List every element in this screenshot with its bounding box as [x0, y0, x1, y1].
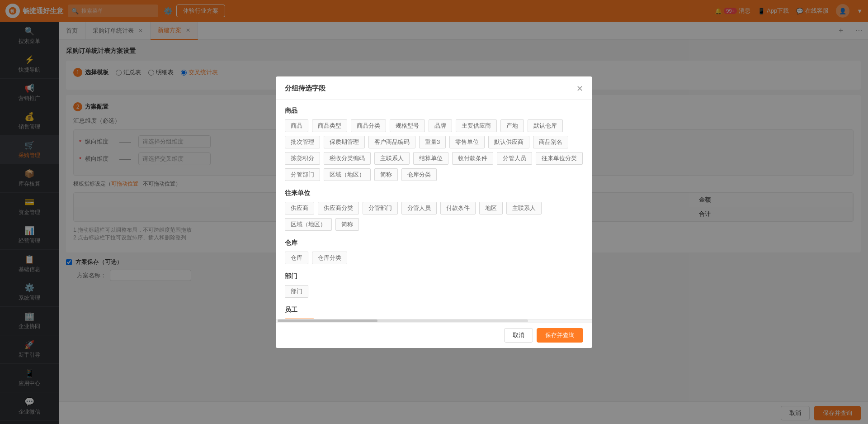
field-tag-payment-terms[interactable]: 收付款条件 — [452, 152, 493, 165]
field-tag-weight3[interactable]: 重量3 — [419, 136, 446, 148]
field-tag-quality-mgmt[interactable]: 保质期管理 — [324, 136, 365, 148]
field-tag-warehouse-cat[interactable]: 仓库分类 — [312, 252, 347, 264]
modal-hscroll — [276, 319, 592, 322]
field-tag-goods-alias[interactable]: 商品别名 — [533, 136, 568, 148]
section-dept-title: 部门 — [285, 272, 583, 281]
partner-field-tags: 供应商 供应商分类 分管部门 分管人员 付款条件 地区 主联系人 区域（地区） … — [285, 202, 583, 231]
field-tag-default-warehouse[interactable]: 默认仓库 — [528, 119, 563, 132]
section-goods: 商品 商品 商品类型 商品分类 规格型号 品牌 主要供应商 产地 默认仓库 批次… — [285, 107, 583, 181]
field-tag-main-contact[interactable]: 主联系人 — [374, 152, 410, 165]
field-tag-origin[interactable]: 产地 — [500, 119, 524, 132]
section-partner: 往来单位 供应商 供应商分类 分管部门 分管人员 付款条件 地区 主联系人 区域… — [285, 189, 583, 231]
field-tag-supplier[interactable]: 供应商 — [285, 202, 314, 214]
field-tag-brand[interactable]: 品牌 — [429, 119, 452, 132]
field-tag-settle-unit[interactable]: 结算单位 — [413, 152, 448, 165]
section-goods-title: 商品 — [285, 107, 583, 115]
modal-overlay: 分组待选字段 ✕ 商品 商品 商品类型 商品分类 规格型号 品牌 主要供应商 产… — [0, 0, 868, 424]
field-tag-warehouse[interactable]: 仓库 — [285, 252, 308, 264]
field-tag-supervisor[interactable]: 分管人员 — [497, 152, 532, 165]
section-warehouse: 仓库 仓库 仓库分类 — [285, 239, 583, 264]
warehouse-field-tags: 仓库 仓库分类 — [285, 252, 583, 264]
field-tag-short-name[interactable]: 简称 — [374, 168, 398, 181]
field-tag-retail-unit[interactable]: 零售单位 — [449, 136, 485, 148]
hscroll-thumb[interactable] — [278, 319, 377, 322]
modal-confirm-button[interactable]: 保存并查询 — [537, 328, 583, 343]
field-tag-supplier-cat[interactable]: 供应商分类 — [318, 202, 359, 214]
modal-footer: 取消 保存并查询 — [276, 322, 592, 348]
field-tag-payment-cond[interactable]: 付款条件 — [440, 202, 476, 214]
field-tag-dept2[interactable]: 分管部门 — [363, 202, 398, 214]
field-tag-dept[interactable]: 分管部门 — [285, 168, 320, 181]
section-department: 部门 部门 — [285, 272, 583, 298]
section-staff-title: 员工 — [285, 306, 583, 314]
section-partner-title: 往来单位 — [285, 189, 583, 197]
field-tag-spec-model[interactable]: 规格型号 — [390, 119, 425, 132]
field-tag-department[interactable]: 部门 — [285, 285, 308, 298]
field-tag-region[interactable]: 区域（地区） — [324, 168, 371, 181]
field-tag-default-supplier[interactable]: 默认供应商 — [488, 136, 529, 148]
modal-close-button[interactable]: ✕ — [576, 84, 583, 94]
field-tag-batch-mgmt[interactable]: 批次管理 — [285, 136, 320, 148]
goods-field-tags: 商品 商品类型 商品分类 规格型号 品牌 主要供应商 产地 默认仓库 批次管理 … — [285, 119, 583, 181]
modal-title: 分组待选字段 — [285, 84, 326, 93]
field-tag-pick-score[interactable]: 拣货积分 — [285, 152, 320, 165]
field-tag-region2[interactable]: 区域（地区） — [285, 218, 332, 231]
department-field-tags: 部门 — [285, 285, 583, 298]
modal-dialog: 分组待选字段 ✕ 商品 商品 商品类型 商品分类 规格型号 品牌 主要供应商 产… — [276, 76, 592, 348]
section-warehouse-title: 仓库 — [285, 239, 583, 247]
field-tag-goods[interactable]: 商品 — [285, 119, 308, 132]
field-tag-customer-code[interactable]: 客户商品编码 — [368, 136, 415, 148]
field-tag-main-contact2[interactable]: 主联系人 — [506, 202, 542, 214]
field-tag-partner-category[interactable]: 往来单位分类 — [536, 152, 583, 165]
modal-body: 商品 商品 商品类型 商品分类 规格型号 品牌 主要供应商 产地 默认仓库 批次… — [276, 100, 592, 319]
field-tag-wh-category[interactable]: 仓库分类 — [401, 168, 437, 181]
modal-cancel-button[interactable]: 取消 — [504, 328, 533, 343]
field-tag-area[interactable]: 地区 — [479, 202, 503, 214]
modal-header: 分组待选字段 ✕ — [276, 76, 592, 100]
field-tag-goods-category[interactable]: 商品分类 — [351, 119, 386, 132]
section-staff: 员工 业务员 — [285, 306, 583, 319]
field-tag-main-supplier[interactable]: 主要供应商 — [456, 119, 497, 132]
field-tag-goods-type[interactable]: 商品类型 — [312, 119, 347, 132]
field-tag-tax-code[interactable]: 税收分类编码 — [324, 152, 371, 165]
field-tag-supervisor2[interactable]: 分管人员 — [401, 202, 437, 214]
field-tag-short-name2[interactable]: 简称 — [335, 218, 359, 231]
